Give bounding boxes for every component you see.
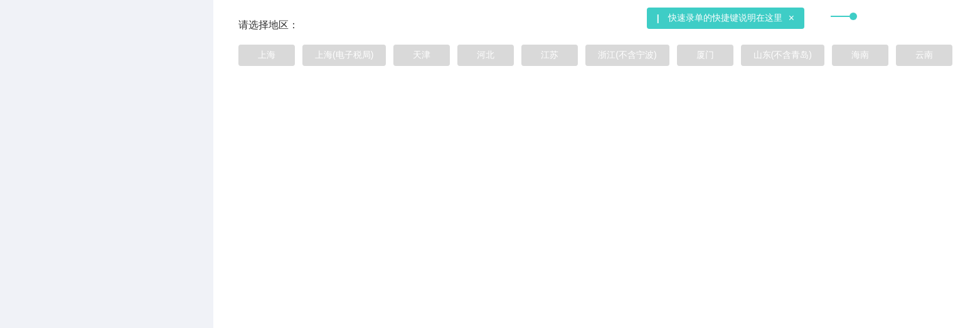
- tooltip-close-button[interactable]: ×: [789, 13, 794, 23]
- region-button-shanghai-etax[interactable]: 上海(电子税局): [302, 45, 386, 66]
- region-button-shandong[interactable]: 山东(不含青岛): [741, 45, 824, 66]
- tooltip-banner: 快速录单的快捷键说明在这里 ×: [647, 8, 804, 29]
- main-content: 请选择地区： 上海上海(电子税局)天津河北江苏浙江(不含宁波)厦门山东(不含青岛…: [213, 0, 980, 328]
- region-button-zhejiang[interactable]: 浙江(不含宁波): [585, 45, 669, 66]
- region-button-shanghai[interactable]: 上海: [238, 45, 295, 66]
- region-button-tianjin[interactable]: 天津: [393, 45, 450, 66]
- region-button-hebei[interactable]: 河北: [457, 45, 514, 66]
- tooltip-text: 快速录单的快捷键说明在这里: [668, 13, 782, 24]
- tooltip-line: [831, 16, 850, 17]
- tooltip-dot: [850, 13, 857, 20]
- region-button-jiangsu[interactable]: 江苏: [521, 45, 578, 66]
- region-buttons: 上海上海(电子税局)天津河北江苏浙江(不含宁波)厦门山东(不含青岛)海南云南: [238, 45, 955, 66]
- section-title: 请选择地区：: [238, 19, 955, 32]
- region-button-hainan[interactable]: 海南: [832, 45, 888, 66]
- left-sidebar: [0, 0, 213, 328]
- region-button-yunnan[interactable]: 云南: [896, 45, 952, 66]
- region-button-xiamen[interactable]: 厦门: [677, 45, 733, 66]
